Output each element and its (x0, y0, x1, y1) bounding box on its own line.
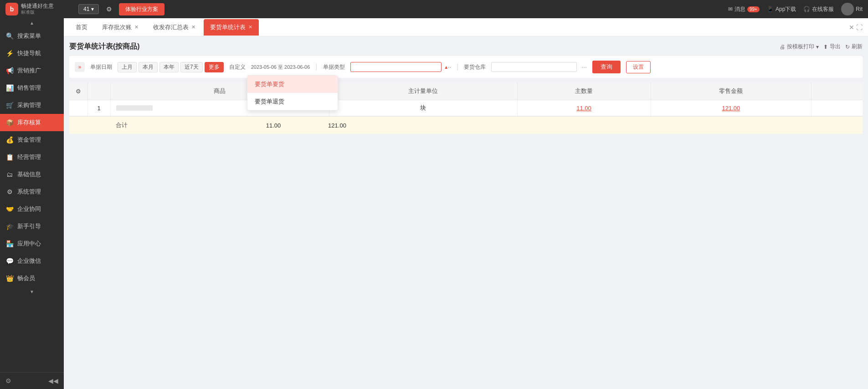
service-button[interactable]: 🎧 在线客服 (803, 5, 834, 13)
dropdown-option-return[interactable]: 要货单退货 (247, 93, 338, 110)
type-filter-input[interactable] (350, 62, 442, 72)
dropdown-option-order[interactable]: 要货单要货 (247, 76, 338, 93)
date-cur-year-btn[interactable]: 本年 (159, 62, 179, 72)
tab-expand-btn[interactable]: ⛶ (856, 24, 863, 31)
sidebar-label-quicknav: 快捷导航 (17, 49, 41, 57)
message-icon: ✉ (728, 6, 733, 12)
gear-button[interactable]: ⚙ (103, 3, 115, 15)
tab-order-stat-label: 要货单统计表 (210, 23, 246, 31)
tab-order-stat[interactable]: 要货单统计表 ✕ (204, 19, 259, 36)
th-qty: 主数量 (517, 82, 651, 100)
sidebar-label-corp: 企业协同 (17, 205, 41, 213)
sidebar-item-corp[interactable]: 🤝 企业协同 (0, 200, 64, 218)
th-unit: 主计量单位 (329, 82, 517, 100)
tab-recv-summary-close[interactable]: ✕ (191, 24, 195, 30)
content-area: 首页 库存批次账 ✕ 收发存汇总表 ✕ 要货单统计表 ✕ ✕ ⛶ 要 (64, 18, 868, 389)
tab-inventory-batch[interactable]: 库存批次账 ✕ (96, 19, 145, 36)
date-cur-month-btn[interactable]: 本月 (139, 62, 158, 72)
refresh-label: 刷新 (852, 43, 863, 51)
settings-btn[interactable]: 设置 (626, 61, 651, 73)
warehouse-filter-input[interactable] (491, 62, 577, 72)
graduate-icon: 🎓 (5, 223, 14, 230)
sidebar-item-search[interactable]: 🔍 搜索菜单 (0, 27, 64, 45)
sidebar-label-finance: 资金管理 (17, 136, 41, 144)
phone-icon: 📱 (767, 6, 774, 12)
warehouse-filter-group: ··· (491, 62, 587, 72)
sidebar-item-marketing[interactable]: 📢 营销推广 (0, 62, 64, 79)
tab-order-stat-close[interactable]: ✕ (248, 24, 252, 30)
tab-recv-summary-label: 收发存汇总表 (153, 23, 189, 31)
sidebar-item-system[interactable]: ⚙ 系统管理 (0, 183, 64, 200)
type-filter-dots[interactable]: ··· (446, 63, 452, 71)
filter-bar: » 单据日期 上月 本月 本年 近7天 更多 自定义 2023-05-06 至 … (69, 56, 863, 78)
sidebar-label-ops: 经营管理 (17, 153, 41, 161)
chevron-down-icon: ▾ (91, 6, 94, 12)
row-extra-cell (812, 100, 863, 116)
chevron-down-icon: ▾ (816, 44, 819, 50)
print-template-btn[interactable]: 🖨 按模板打印 ▾ (780, 43, 819, 51)
header-middle: 41 ▾ ⚙ 体验行业方案 (69, 3, 728, 15)
user-area[interactable]: Rit (841, 3, 863, 15)
tab-close-all-btn[interactable]: ✕ (849, 24, 854, 31)
logo-sub: 标准版 (21, 9, 54, 15)
warehouse-filter-dots[interactable]: ··· (581, 63, 587, 71)
print-label: 按模板打印 (787, 43, 814, 51)
th-settings[interactable]: ⚙ (69, 82, 87, 100)
box-icon: 📦 (5, 119, 14, 126)
app-download-button[interactable]: 📱 App下载 (767, 5, 796, 13)
sidebar-item-ops[interactable]: 📋 经营管理 (0, 148, 64, 166)
sidebar-settings-icon[interactable]: ⚙ (5, 377, 11, 384)
sidebar-scroll-down[interactable]: ▼ (0, 287, 64, 296)
sidebar-item-inventory[interactable]: 📦 库存核算 (0, 114, 64, 131)
date-more-btn[interactable]: 更多 (205, 62, 224, 72)
sidebar-item-base[interactable]: 🗂 基础信息 (0, 166, 64, 183)
sidebar-label-inventory: 库存核算 (17, 118, 41, 127)
th-amount: 零售金额 (651, 82, 812, 100)
settings-icon: ⚙ (5, 188, 14, 195)
sidebar-item-guide[interactable]: 🎓 新手引导 (0, 218, 64, 235)
date-prev-month-btn[interactable]: 上月 (118, 62, 137, 72)
date-range-text: 2023-05-06 至 2023-06-06 (251, 64, 310, 71)
messages-button[interactable]: ✉ 消息 99+ (728, 5, 760, 13)
tab-inventory-batch-close[interactable]: ✕ (134, 24, 139, 30)
filter-expand-btn[interactable]: » (75, 62, 85, 72)
footer-qty: 11.00 (255, 122, 292, 129)
product-name-placeholder (116, 105, 153, 111)
filter-divider-1: | (315, 63, 317, 71)
refresh-icon: ↻ (845, 44, 850, 50)
money-icon: 💰 (5, 136, 14, 143)
footer-label: 合计 (116, 121, 128, 129)
type-dropdown-popup: 要货单要货 要货单退货 (247, 75, 338, 111)
sidebar-item-purchase[interactable]: 🛒 采购管理 (0, 97, 64, 114)
header-right: ✉ 消息 99+ 📱 App下载 🎧 在线客服 Rit (728, 3, 863, 15)
sidebar-item-finance[interactable]: 💰 资金管理 (0, 131, 64, 148)
sidebar-item-appstore[interactable]: 🏪 应用中心 (0, 235, 64, 252)
sidebar-item-quicknav[interactable]: ⚡ 快捷导航 (0, 45, 64, 62)
date-custom-btn[interactable]: 自定义 (229, 63, 246, 71)
tab-expand-btns: ✕ ⛶ (849, 24, 863, 31)
th-extra (812, 82, 863, 100)
logo-text: 畅捷通好生意 标准版 (21, 3, 54, 15)
sidebar-scroll-up[interactable]: ▲ (0, 18, 64, 27)
sidebar-item-wechat[interactable]: 💬 企业微信 (0, 252, 64, 270)
tab-count-selector[interactable]: 41 ▾ (78, 4, 99, 14)
main-layout: ▲ 🔍 搜索菜单 ⚡ 快捷导航 📢 营销推广 📊 销售管理 🛒 采购管理 📦 库… (0, 18, 868, 389)
tab-home-label: 首页 (76, 23, 87, 31)
tab-home[interactable]: 首页 (69, 19, 94, 36)
footer-vals: 11.00 121.00 (137, 122, 857, 129)
footer-qty-spacer (137, 122, 228, 129)
row-amount-cell: 121.00 (651, 100, 812, 116)
export-btn[interactable]: ⬆ 导出 (823, 43, 841, 51)
tab-recv-summary[interactable]: 收发存汇总表 ✕ (147, 19, 202, 36)
query-btn[interactable]: 查询 (592, 61, 621, 73)
page-content: 要货单统计表(按商品) 🖨 按模板打印 ▾ ⬆ 导出 ↻ 刷新 (64, 36, 868, 389)
sidebar-item-sales[interactable]: 📊 销售管理 (0, 79, 64, 97)
refresh-btn[interactable]: ↻ 刷新 (845, 43, 863, 51)
industry-btn[interactable]: 体验行业方案 (119, 3, 164, 15)
table-settings-icon[interactable]: ⚙ (76, 88, 81, 95)
date-filter-label: 单据日期 (90, 63, 112, 71)
chat-icon: 💬 (5, 257, 14, 265)
sidebar-collapse-icon[interactable]: ◀◀ (48, 377, 58, 384)
sidebar-item-member[interactable]: 👑 畅会员 (0, 270, 64, 287)
date-7days-btn[interactable]: 近7天 (180, 62, 203, 72)
